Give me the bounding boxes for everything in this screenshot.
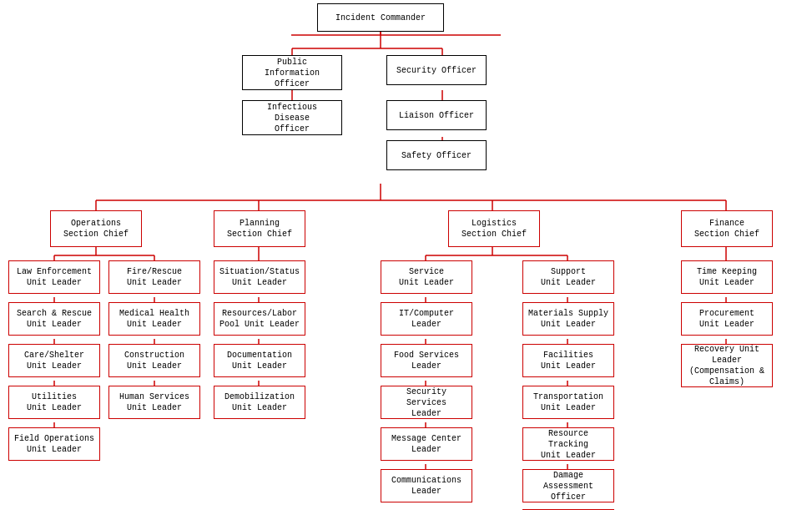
human-services-box: Human Services Unit Leader [108,386,200,419]
construction-box: Construction Unit Leader [108,344,200,377]
infectious-disease-box: Infectious Disease Officer [242,100,342,135]
facilities-box: Facilities Unit Leader [522,344,614,377]
liaison-officer-box: Liaison Officer [386,100,487,130]
food-services-label: Food Services Leader [394,350,459,371]
care-shelter-box: Care/Shelter Unit Leader [8,344,100,377]
public-info-box: Public Information Officer [242,55,342,90]
materials-supply-box: Materials Supply Unit Leader [522,302,614,336]
transportation-box: Transportation Unit Leader [522,386,614,419]
law-enforcement-label: Law Enforcement Unit Leader [17,266,92,288]
procurement-box: Procurement Unit Leader [681,302,773,336]
situation-status-label: Situation/Status Unit Leader [219,266,300,288]
support-unit-box: Support Unit Leader [522,260,614,294]
incident-commander-box: Incident Commander [317,3,444,32]
fire-rescue-label: Fire/Rescue Unit Leader [127,266,182,288]
communications-box: Communications Leader [381,469,472,502]
human-services-label: Human Services Unit Leader [119,391,189,413]
logistics-chief-box: Logistics Section Chief [448,210,540,247]
materials-supply-label: Materials Supply Unit Leader [528,308,608,330]
resources-labor-label: Resources/Labor Pool Unit Leader [219,308,300,330]
message-center-label: Message Center Leader [391,433,461,455]
time-keeping-box: Time Keeping Unit Leader [681,260,773,294]
field-ops-label: Field Operations Unit Leader [14,433,94,455]
procurement-label: Procurement Unit Leader [699,308,754,330]
time-keeping-label: Time Keeping Unit Leader [697,266,757,288]
resource-tracking-box: Resource Tracking Unit Leader [522,427,614,461]
transportation-label: Transportation Unit Leader [533,391,603,413]
message-center-box: Message Center Leader [381,427,472,461]
ops-chief-box: Operations Section Chief [50,210,142,247]
pio-label: Public Information Officer [247,57,337,89]
support-unit-label: Support Unit Leader [541,266,596,288]
facilities-label: Facilities Unit Leader [541,350,596,371]
security-officer-label: Security Officer [396,65,477,76]
food-services-box: Food Services Leader [381,344,472,377]
search-rescue-box: Search & Rescue Unit Leader [8,302,100,336]
field-ops-box: Field Operations Unit Leader [8,427,100,461]
service-unit-label: Service Unit Leader [399,266,454,288]
it-computer-label: IT/Computer Leader [399,308,454,330]
planning-chief-box: Planning Section Chief [214,210,305,247]
ops-chief-label: Operations Section Chief [63,218,129,240]
it-computer-box: IT/Computer Leader [381,302,472,336]
demobilization-box: Demobilization Unit Leader [214,386,305,419]
search-rescue-label: Search & Rescue Unit Leader [17,308,92,330]
safety-officer-label: Safety Officer [401,150,472,161]
communications-label: Communications Leader [391,475,461,497]
finance-chief-box: Finance Section Chief [681,210,773,247]
infectious-disease-label: Infectious Disease Officer [247,102,337,134]
security-services-box: Security Services Leader [381,386,472,419]
law-enforcement-box: Law Enforcement Unit Leader [8,260,100,294]
finance-chief-label: Finance Section Chief [694,218,759,240]
planning-chief-label: Planning Section Chief [227,218,292,240]
service-unit-box: Service Unit Leader [381,260,472,294]
situation-status-box: Situation/Status Unit Leader [214,260,305,294]
utilities-label: Utilities Unit Leader [27,391,82,413]
recovery-unit-box: Recovery Unit Leader (Compensation & Cla… [681,344,773,387]
resources-labor-box: Resources/Labor Pool Unit Leader [214,302,305,336]
construction-label: Construction Unit Leader [124,350,184,371]
care-shelter-label: Care/Shelter Unit Leader [24,350,84,371]
logistics-chief-label: Logistics Section Chief [461,218,527,240]
security-services-label: Security Services Leader [386,386,467,419]
utilities-box: Utilities Unit Leader [8,386,100,419]
medical-health-box: Medical Health Unit Leader [108,302,200,336]
resource-tracking-label: Resource Tracking Unit Leader [527,428,609,461]
documentation-box: Documentation Unit Leader [214,344,305,377]
damage-assessment-box: Damage Assessment Officer [522,469,614,502]
documentation-label: Documentation Unit Leader [227,350,292,371]
ic-label: Incident Commander [335,13,426,23]
security-officer-box: Security Officer [386,55,487,85]
liaison-officer-label: Liaison Officer [399,110,474,121]
damage-assessment-label: Damage Assessment Officer [527,470,609,502]
recovery-unit-label: Recovery Unit Leader (Compensation & Cla… [686,344,768,387]
safety-officer-box: Safety Officer [386,140,487,170]
fire-rescue-box: Fire/Rescue Unit Leader [108,260,200,294]
medical-health-label: Medical Health Unit Leader [119,308,189,330]
demobilization-label: Demobilization Unit Leader [224,391,295,413]
